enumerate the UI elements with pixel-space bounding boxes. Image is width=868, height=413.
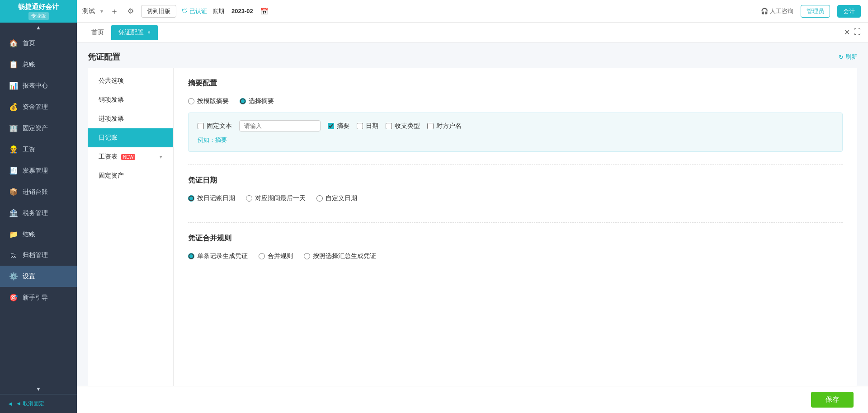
merge-summary-radio[interactable] (304, 253, 310, 259)
sidebar-item-guide[interactable]: 🎯 新手引导 (0, 287, 77, 308)
tab-voucher-config[interactable]: 凭证配置 × (111, 25, 158, 40)
income-type-checkbox[interactable] (386, 123, 392, 129)
merge-radio-summary[interactable]: 按照选择汇总生成凭证 (304, 252, 376, 260)
sidebar-item-trade[interactable]: 📦 进销台账 (0, 181, 77, 202)
date-radio-period-end[interactable]: 对应期间最后一天 (246, 194, 306, 202)
tab-actions: ✕ ⛶ (844, 28, 861, 37)
merge-rules-radio[interactable] (259, 253, 265, 259)
merge-single-radio[interactable] (188, 253, 194, 259)
sidebar-item-tax[interactable]: 🏦 税务管理 (0, 202, 77, 224)
date-journal-radio[interactable] (188, 195, 194, 202)
refresh-button[interactable]: ↻ 刷新 (839, 53, 857, 61)
period-value: 2023-02 (231, 8, 253, 14)
counterpart-checkbox-option[interactable]: 对方户名 (427, 122, 462, 130)
summary-config-section: 摘要配置 按模版摘要 选择摘要 (188, 79, 843, 165)
tab-bar: 首页 凭证配置 × ✕ ⛶ (77, 23, 868, 42)
sidebar-item-archive[interactable]: 🗂 归档管理 (0, 245, 77, 266)
summary-radio-select[interactable]: 选择摘要 (240, 97, 274, 105)
tax-icon: 🏦 (9, 209, 18, 217)
tab-label: 凭证配置 (118, 28, 144, 37)
date-checkbox-option[interactable]: 日期 (357, 122, 378, 130)
sidebar-item-label: 工资 (23, 145, 35, 154)
gear-icon[interactable]: ⚙ (126, 7, 136, 15)
sidebar-item-ledger[interactable]: 📋 总账 (0, 54, 77, 75)
date-custom-radio[interactable] (316, 195, 323, 202)
fixed-text-label: 固定文本 (207, 122, 232, 130)
top-right-area: 🎧 人工咨询 管理员 会计 (761, 5, 861, 18)
nav-item-fixed-assets[interactable]: 固定资产 (88, 166, 173, 185)
calendar-icon[interactable]: 📅 (260, 8, 268, 15)
sidebar-item-reports[interactable]: 📊 报表中心 (0, 75, 77, 96)
accountant-button[interactable]: 会计 (837, 5, 861, 18)
left-nav: 公共选项 销项发票 进项发票 日记账 工资表 NEW (88, 68, 174, 386)
logo-title: 畅捷通好会计 (18, 3, 59, 11)
nav-item-sales-invoice[interactable]: 销项发票 (88, 90, 173, 109)
nav-label: 公共选项 (99, 77, 124, 85)
shield-icon: 🛡 (182, 8, 188, 14)
fixed-text-checkbox-option[interactable]: 固定文本 (198, 122, 232, 130)
expand-icon[interactable]: ⛶ (854, 28, 861, 37)
fixed-text-checkbox[interactable] (198, 123, 204, 129)
nav-label: 销项发票 (99, 96, 124, 104)
summary-select-radio[interactable] (240, 98, 246, 104)
logo-area: 畅捷通好会计 专业版 (0, 0, 77, 23)
sidebar-item-invoice[interactable]: 🧾 发票管理 (0, 160, 77, 181)
sidebar-unpin-button[interactable]: ◄ ◄ 取消固定 (0, 394, 77, 413)
inner-layout: 公共选项 销项发票 进项发票 日记账 工资表 NEW (88, 68, 857, 386)
merge-radio-single[interactable]: 单条记录生成凭证 (188, 252, 248, 260)
date-section-title: 凭证日期 (188, 176, 843, 185)
nav-item-journal[interactable]: 日记账 (88, 128, 173, 147)
sidebar-item-label: 报表中心 (23, 82, 48, 90)
admin-button[interactable]: 管理员 (801, 5, 830, 18)
sidebar-item-settings[interactable]: ⚙️ 设置 (0, 266, 77, 287)
fixed-text-input[interactable] (239, 120, 321, 131)
page-title: 凭证配置 (88, 52, 120, 62)
sidebar-item-salary[interactable]: 👷 工资 (0, 139, 77, 160)
sidebar-item-label: 结账 (23, 230, 35, 239)
date-period-end-radio[interactable] (246, 195, 252, 202)
invoice-icon: 🧾 (9, 166, 18, 175)
project-dropdown-icon[interactable]: ▾ (100, 8, 103, 14)
close-window-icon[interactable]: ✕ (844, 28, 850, 37)
date-checkbox[interactable] (357, 123, 363, 129)
date-period-end-label: 对应期间最后一天 (255, 194, 306, 202)
sidebar-item-label: 新手引导 (23, 294, 48, 302)
add-icon[interactable]: ＋ (108, 6, 120, 17)
merge-rules-label: 合并规则 (268, 252, 293, 260)
date-radio-journal[interactable]: 按日记账日期 (188, 194, 235, 202)
nav-label: 工资表 (99, 153, 118, 161)
counterpart-checkbox[interactable] (427, 123, 434, 129)
summary-radio-template[interactable]: 按模版摘要 (188, 97, 229, 105)
merge-radio-rules[interactable]: 合并规则 (259, 252, 293, 260)
income-type-checkbox-option[interactable]: 收支类型 (386, 122, 420, 130)
sidebar-scroll-up[interactable]: ▲ (0, 23, 77, 33)
consult-button[interactable]: 🎧 人工咨询 (761, 7, 793, 15)
summary-label: 摘要 (337, 122, 349, 130)
summary-section-title: 摘要配置 (188, 79, 843, 88)
summary-checkbox-option[interactable]: 摘要 (328, 122, 349, 130)
sidebar-item-home[interactable]: 🏠 首页 (0, 33, 77, 54)
nav-item-public[interactable]: 公共选项 (88, 71, 173, 90)
assets-icon: 🏢 (9, 124, 18, 132)
sidebar-item-close[interactable]: 📁 结账 (0, 224, 77, 245)
summary-checkbox[interactable] (328, 123, 334, 129)
merge-summary-label: 按照选择汇总生成凭证 (313, 252, 376, 260)
example-text: 例如：摘要 (198, 136, 833, 144)
sidebar-item-funds[interactable]: 💰 资金管理 (0, 96, 77, 117)
bottom-bar: 保存 (77, 386, 868, 413)
sidebar-item-assets[interactable]: 🏢 固定资产 (0, 117, 77, 139)
summary-template-radio[interactable] (188, 98, 194, 104)
save-button[interactable]: 保存 (811, 392, 854, 408)
tab-home[interactable]: 首页 (84, 24, 111, 41)
nav-item-payroll[interactable]: 工资表 NEW ▾ (88, 147, 173, 166)
salary-icon: 👷 (9, 145, 18, 154)
tab-close-icon[interactable]: × (147, 29, 151, 36)
switch-old-button[interactable]: 切到旧版 (141, 5, 176, 18)
sidebar-item-label: 资金管理 (23, 103, 48, 111)
merge-section-title: 凭证合并规则 (188, 234, 843, 243)
date-radio-custom[interactable]: 自定义日期 (316, 194, 357, 202)
nav-item-purchase-invoice[interactable]: 进项发票 (88, 109, 173, 128)
sidebar-item-label: 进销台账 (23, 188, 48, 196)
sidebar-scroll-down[interactable]: ▼ (0, 384, 77, 394)
content-area: 首页 凭证配置 × ✕ ⛶ 凭证配置 ↻ 刷新 (77, 23, 868, 413)
